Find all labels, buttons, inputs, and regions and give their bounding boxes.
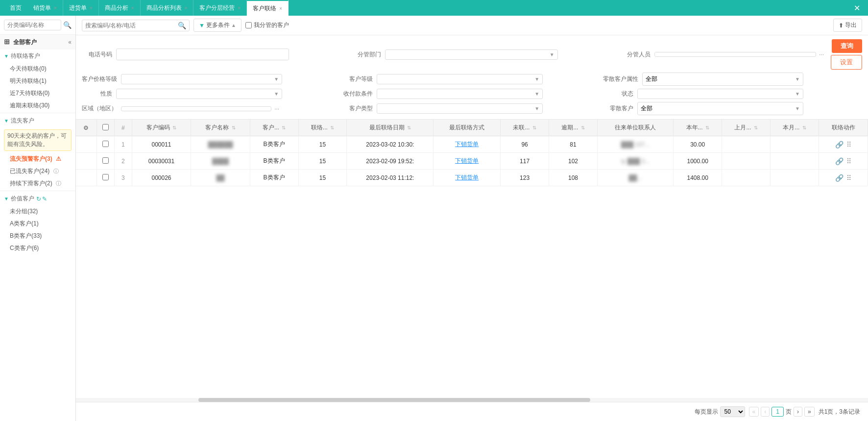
row-action-1: 🔗 ⠿: [819, 153, 868, 170]
my-customers-checkbox[interactable]: [245, 22, 252, 28]
value-edit-icon[interactable]: ✎: [42, 196, 47, 202]
this-month-sort-icon[interactable]: ⇅: [802, 125, 806, 130]
table-row: 1 000011 ██████ B类客户 15 2023-03-02 10:30…: [76, 136, 868, 153]
no-contact-sort-icon[interactable]: ⇅: [532, 125, 536, 130]
tab-sales[interactable]: 销货单 ×: [27, 0, 63, 16]
retail-customer-select[interactable]: 全部 ▼: [637, 102, 803, 115]
action-link-icon-1[interactable]: 🔗: [835, 157, 844, 165]
code-sort-icon[interactable]: ⇅: [172, 125, 176, 130]
sidebar-item-class-c[interactable]: C类客户(6): [0, 242, 75, 254]
sidebar-item-week[interactable]: 近7天待联络(0): [0, 87, 75, 99]
action-link-icon-2[interactable]: 🔗: [835, 174, 844, 182]
row-method-1[interactable]: 下销货单: [434, 153, 501, 170]
sidebar-search-icon[interactable]: 🔍: [63, 21, 72, 29]
th-last-month-label: 上月...: [734, 124, 751, 131]
customer-grade-select[interactable]: ▼: [377, 74, 543, 84]
row-method-2[interactable]: 下销货单: [434, 170, 501, 186]
dept-select[interactable]: ▼: [385, 50, 558, 60]
sidebar-item-class-b[interactable]: B类客户(33): [0, 230, 75, 242]
sidebar-item-tomorrow[interactable]: 明天待联络(1): [0, 75, 75, 87]
sidebar-item-overdue[interactable]: 逾期未联络(30): [0, 99, 75, 112]
customer-type-field: 客户类型 ▼: [342, 103, 543, 114]
payment-select[interactable]: ▼: [377, 89, 543, 99]
value-refresh-icon[interactable]: ↻: [36, 196, 41, 202]
tab-customer-seg[interactable]: 客户分层经营 ×: [193, 0, 247, 16]
tab-sales-close[interactable]: ×: [54, 5, 57, 11]
main-search-input[interactable]: [85, 22, 178, 29]
year-sort-icon[interactable]: ⇅: [705, 125, 709, 130]
my-customers-check[interactable]: 我分管的客户: [245, 21, 289, 29]
page-size-selector: 每页显示 50 100 200: [695, 406, 745, 417]
manager-select[interactable]: [654, 52, 816, 57]
th-settings[interactable]: ⚙: [76, 120, 96, 136]
export-btn[interactable]: ⬆ 导出: [833, 19, 862, 32]
gender-select[interactable]: ▼: [116, 89, 282, 99]
tab-customer-link-close[interactable]: ×: [279, 6, 282, 11]
tab-analysis-close[interactable]: ×: [131, 5, 134, 11]
contact-sort-icon[interactable]: ⇅: [330, 125, 334, 130]
settings-btn[interactable]: 设置: [831, 55, 862, 70]
horizontal-scrollbar[interactable]: [76, 398, 868, 402]
row-checkbox-2[interactable]: [96, 170, 114, 186]
region-label: 区域（地区）: [82, 104, 121, 113]
content-area: 🔍 ▼ 更多条件 ▲ 我分管的客户 ⬆ 导出 电话号码: [76, 16, 868, 421]
row-method-0[interactable]: 下销货单: [434, 136, 501, 153]
phone-input[interactable]: [116, 49, 289, 60]
manager-dots[interactable]: ···: [816, 51, 827, 58]
search-btn[interactable]: 查询: [832, 39, 862, 53]
action-more-icon-2[interactable]: ⠿: [846, 174, 851, 182]
row-checkbox-1[interactable]: [96, 153, 114, 170]
tab-analysis[interactable]: 商品分析 ×: [99, 0, 141, 16]
chevron-down-icon: ▲: [231, 23, 236, 28]
row-num-0: 1: [114, 136, 132, 153]
tab-analysis-list-close[interactable]: ×: [185, 5, 188, 11]
customer-type-select[interactable]: ▼: [377, 103, 543, 114]
next-page-btn[interactable]: ›: [794, 407, 802, 417]
retail-attr-select[interactable]: 全部 ▼: [642, 73, 803, 86]
sidebar-search-input[interactable]: [4, 20, 61, 30]
th-contact-label: 联络...: [311, 124, 328, 131]
churning-group[interactable]: ▼ 流失客户: [0, 114, 75, 127]
sidebar-item-already-churned[interactable]: 已流失客户(24) ⓘ: [0, 165, 75, 177]
tab-purchase-close[interactable]: ×: [90, 5, 93, 11]
row-type-0: B类客户: [250, 136, 298, 153]
all-customers-header[interactable]: ⊞ 全部客户 «: [0, 35, 75, 50]
row-num-1: 2: [114, 153, 132, 170]
last-month-sort-icon[interactable]: ⇅: [754, 125, 758, 130]
value-customers-group[interactable]: ▼ 价值客户 ↻ ✎: [0, 192, 75, 205]
region-select[interactable]: [121, 106, 271, 111]
date-sort-icon[interactable]: ⇅: [407, 125, 411, 130]
select-all-checkbox[interactable]: [102, 124, 109, 130]
region-dots[interactable]: ···: [271, 105, 282, 112]
sidebar-item-churn-warning[interactable]: 流失预警客户(3) ⚠: [0, 153, 75, 165]
tab-customer-seg-close[interactable]: ×: [238, 5, 241, 11]
price-grade-select[interactable]: ▼: [121, 74, 282, 84]
churn-tooltip: 90天未交易的客户，可能有流失风险。: [4, 129, 72, 151]
sidebar-item-class-a[interactable]: A类客户(1): [0, 218, 75, 230]
type-sort-icon[interactable]: ⇅: [282, 125, 286, 130]
more-conditions-btn[interactable]: ▼ 更多条件 ▲: [193, 19, 241, 32]
main-search-icon[interactable]: 🔍: [178, 22, 186, 29]
action-link-icon-0[interactable]: 🔗: [835, 141, 844, 149]
tab-home[interactable]: 首页: [4, 0, 27, 16]
status-select[interactable]: ▼: [637, 89, 803, 99]
tab-analysis-list[interactable]: 商品分析列表 ×: [141, 0, 194, 16]
window-close-icon[interactable]: ✕: [850, 3, 864, 13]
action-more-icon-1[interactable]: ⠿: [846, 157, 851, 165]
overdue-sort-icon[interactable]: ⇅: [581, 125, 585, 130]
per-page-select[interactable]: 50 100 200: [720, 406, 745, 417]
sidebar-item-today[interactable]: 今天待联络(0): [0, 63, 75, 75]
last-page-btn[interactable]: »: [804, 407, 815, 417]
scrollbar-thumb[interactable]: [198, 398, 590, 402]
action-more-icon-0[interactable]: ⠿: [846, 141, 851, 149]
sidebar-item-continuous-decline[interactable]: 持续下滑客户(2) ⓘ: [0, 177, 75, 190]
tab-customer-link[interactable]: 客户联络 ×: [247, 0, 289, 16]
name-sort-icon[interactable]: ⇅: [232, 125, 236, 130]
row-checkbox-0[interactable]: [96, 136, 114, 153]
sidebar-collapse-icon[interactable]: «: [68, 39, 72, 46]
sidebar-item-unsorted[interactable]: 未分组(32): [0, 205, 75, 218]
pending-contact-group[interactable]: ▼ 待联络客户: [0, 50, 75, 63]
tab-purchase[interactable]: 进货单 ×: [63, 0, 99, 16]
prev-page-btn[interactable]: ‹: [761, 407, 770, 417]
first-page-btn[interactable]: «: [749, 407, 759, 417]
